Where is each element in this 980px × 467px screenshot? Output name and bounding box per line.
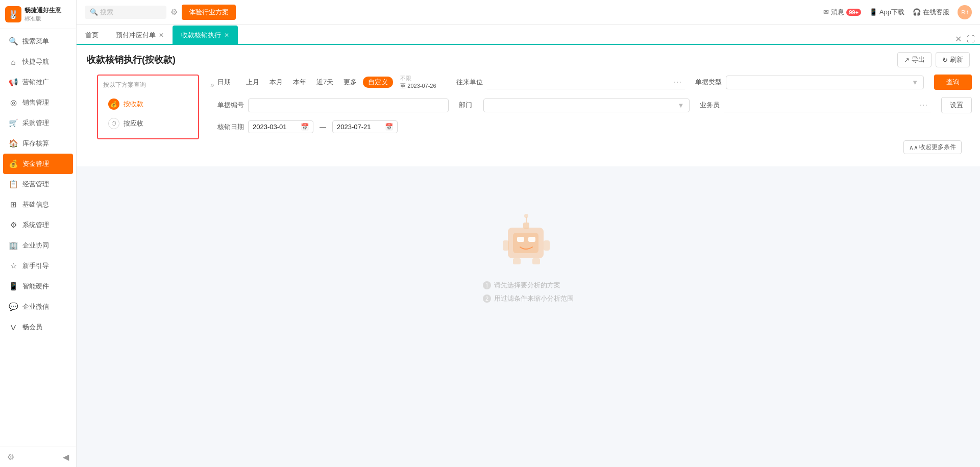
sidebar-item-system[interactable]: ⚙ 系统管理 <box>0 215 76 235</box>
staff-label: 业务员 <box>700 101 720 110</box>
logo-name: 畅捷通好生意 <box>24 6 61 15</box>
sidebar-item-finance[interactable]: 💰 资金管理 <box>3 154 73 174</box>
tip-num-1: 1 <box>483 281 491 289</box>
filter-row-1: 日期 上月 本月 本年 近7天 更多 自定义 不限 至 <box>217 75 972 90</box>
date-custom-tag[interactable]: 自定义 <box>363 77 393 88</box>
hardware-label: 智能硬件 <box>22 282 49 291</box>
svg-rect-4 <box>523 223 529 229</box>
collapse-more-button[interactable]: ∧∧ 收起更多条件 <box>903 140 962 154</box>
header-search-box[interactable]: 🔍 搜索 <box>85 6 166 19</box>
tab-prepay-label: 预付冲应付单 <box>116 31 156 40</box>
by-receipt-label: 按收款 <box>124 100 143 109</box>
empty-illustration <box>498 207 559 268</box>
filter-form: 日期 上月 本月 本年 近7天 更多 自定义 不限 至 <box>217 75 980 159</box>
date-7days[interactable]: 近7天 <box>312 77 337 88</box>
sidebar-item-enterprise[interactable]: 🏢 企业协同 <box>0 235 76 256</box>
dept-arrow: ▼ <box>677 102 684 109</box>
sales-icon: ◎ <box>8 97 18 108</box>
filter-sidebar-title: 按以下方案查询 <box>103 81 193 89</box>
date-quick-buttons: 上月 本月 本年 近7天 更多 自定义 <box>242 77 393 88</box>
quick-icon: ⌂ <box>8 57 18 67</box>
refresh-button[interactable]: ↻ 刷新 <box>936 52 970 67</box>
filter-sidebar-collapse[interactable]: » <box>207 75 217 89</box>
sidebar-item-guide[interactable]: ☆ 新手引导 <box>0 256 76 276</box>
header-gear-icon[interactable]: ⚙ <box>170 7 178 17</box>
verify-date-start-box[interactable]: 📅 <box>248 120 313 133</box>
marketing-icon: 📢 <box>8 77 18 87</box>
sidebar-item-search[interactable]: 🔍 搜索菜单 <box>0 31 76 52</box>
sidebar-item-member[interactable]: V 畅会员 <box>0 317 76 337</box>
collapse-icon[interactable]: ◀ <box>63 452 69 462</box>
dept-select[interactable]: ▼ <box>483 99 690 112</box>
staff-more-icon[interactable]: ··· <box>920 101 928 110</box>
verify-date-end-box[interactable]: 📅 <box>332 120 398 133</box>
filter-option-by-receivable[interactable]: ⏱ 按应收 <box>103 114 193 133</box>
verify-date-start-input[interactable] <box>253 123 299 131</box>
tab-prepay[interactable]: 预付冲应付单✕ <box>107 26 173 44</box>
sidebar-item-basic[interactable]: ⊞ 基础信息 <box>0 194 76 215</box>
hardware-icon: 📱 <box>8 281 18 291</box>
tab-prepay-close[interactable]: ✕ <box>159 32 164 39</box>
export-label: 导出 <box>912 55 925 64</box>
wechat-icon: 💬 <box>8 302 18 312</box>
user-avatar[interactable]: Rit <box>958 5 972 19</box>
query-button[interactable]: 查询 <box>934 75 972 90</box>
basic-label: 基础信息 <box>22 200 49 209</box>
enterprise-icon: 🏢 <box>8 240 18 251</box>
date-more[interactable]: 更多 <box>339 77 361 88</box>
app-label: App下载 <box>879 8 904 17</box>
inventory-label: 库存核算 <box>22 139 49 148</box>
by-receivable-icon: ⏱ <box>108 118 119 129</box>
partner-more-icon[interactable]: ··· <box>674 78 682 87</box>
search-label: 搜索菜单 <box>22 37 49 46</box>
sidebar-item-sales[interactable]: ◎ 销售管理 <box>0 92 76 113</box>
member-icon: V <box>8 322 18 332</box>
date-this-month[interactable]: 本月 <box>265 77 287 88</box>
settings-icon[interactable]: ⚙ <box>7 452 14 462</box>
verify-start-cal-icon[interactable]: 📅 <box>301 123 309 131</box>
search-icon: 🔍 <box>8 36 18 46</box>
message-button[interactable]: ✉ 消息 99+ <box>823 8 861 17</box>
tab-collect-close[interactable]: ✕ <box>224 32 229 39</box>
search-placeholder: 搜索 <box>100 8 113 17</box>
empty-tips: 1 请先选择要分析的方案 2 用过滤条件来缩小分析范围 <box>483 279 574 305</box>
wechat-label: 企业微信 <box>22 302 49 311</box>
tab-home[interactable]: 首页 <box>77 26 107 44</box>
verify-date-field: 核销日期 📅 — 📅 <box>217 120 972 133</box>
doc-no-input[interactable] <box>248 99 449 112</box>
filter-panel: 按以下方案查询 💰 按收款 ⏱ 按应收 » <box>77 75 980 166</box>
setting-button[interactable]: 设置 <box>941 97 972 113</box>
verify-date-end-input[interactable] <box>337 123 383 131</box>
system-icon: ⚙ <box>8 220 18 230</box>
sidebar-item-operation[interactable]: 📋 经营管理 <box>0 174 76 194</box>
sidebar-item-wechat[interactable]: 💬 企业微信 <box>0 297 76 317</box>
sidebar-item-marketing[interactable]: 📢 营销推广 <box>0 72 76 92</box>
date-last-month[interactable]: 上月 <box>242 77 263 88</box>
app-download-button[interactable]: 📱 App下载 <box>869 8 904 17</box>
verify-end-cal-icon[interactable]: 📅 <box>385 123 393 131</box>
verify-date-label: 核销日期 <box>217 122 244 132</box>
tab-collect[interactable]: 收款核销执行✕ <box>173 26 238 44</box>
filter-option-by-receipt[interactable]: 💰 按收款 <box>103 94 193 114</box>
tab-home-label: 首页 <box>85 31 99 40</box>
doc-type-select[interactable]: ▼ <box>726 76 924 89</box>
sidebar-item-inventory[interactable]: 🏠 库存核算 <box>0 133 76 154</box>
date-this-year[interactable]: 本年 <box>289 77 310 88</box>
date-label: 日期 <box>217 78 238 87</box>
export-button[interactable]: ↗ 导出 <box>897 52 932 67</box>
basic-icon: ⊞ <box>8 200 18 210</box>
service-button[interactable]: 🎧 在线客服 <box>913 8 949 17</box>
filter-row-3: 核销日期 📅 — 📅 <box>217 120 972 133</box>
refresh-icon: ↻ <box>942 56 948 64</box>
sidebar-item-purchase[interactable]: 🛒 采购管理 <box>0 113 76 133</box>
sidebar-item-hardware[interactable]: 📱 智能硬件 <box>0 276 76 297</box>
service-label: 在线客服 <box>923 8 949 17</box>
tab-close-all-icon[interactable]: ✕ <box>955 34 962 44</box>
tip-text-1: 请先选择要分析的方案 <box>494 279 560 292</box>
logo-icon: 🐰 <box>5 6 21 22</box>
solution-button[interactable]: 体验行业方案 <box>182 5 236 20</box>
sidebar-item-quick[interactable]: ⌂ 快捷导航 <box>0 52 76 72</box>
tab-expand-icon[interactable]: ⛶ <box>967 35 975 44</box>
by-receivable-label: 按应收 <box>124 119 143 128</box>
header-right: ✉ 消息 99+ 📱 App下载 🎧 在线客服 Rit <box>823 5 972 19</box>
